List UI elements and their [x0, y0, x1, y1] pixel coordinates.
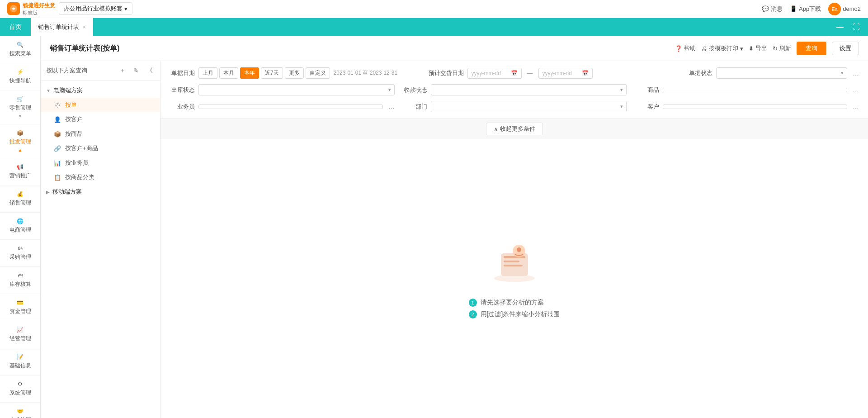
- customer-input[interactable]: [663, 104, 847, 109]
- tab-maximize-btn[interactable]: ⛶: [850, 21, 863, 33]
- sidebar-item-purchase[interactable]: 🛍 采购管理: [0, 240, 40, 267]
- sidebar-item-inventory[interactable]: 🗃 库存核算: [0, 267, 40, 294]
- svg-rect-5: [504, 265, 523, 266]
- query-button[interactable]: 查询: [797, 42, 826, 55]
- date-tab-last-month[interactable]: 上月: [198, 67, 217, 79]
- search-menu-icon: 🔍: [17, 42, 24, 48]
- tree-parent-mobile[interactable]: ▶ 移动端方案: [41, 185, 160, 199]
- sidebar-item-enterprise[interactable]: 🤝 企业协同: [0, 403, 40, 418]
- sidebar-item-ecommerce[interactable]: 🌐 电商管理: [0, 213, 40, 240]
- payment-status-label: 收款状态: [402, 86, 427, 94]
- delivery-date-end[interactable]: yyyy-mm-dd 📅: [538, 68, 593, 79]
- sidebar-item-wholesale[interactable]: 📦 批发管理 ▲: [0, 124, 40, 158]
- tip-text-2: 用[过滤]条件来缩小分析范围: [481, 310, 560, 318]
- tree-parent-label: 电脑端方案: [53, 86, 83, 95]
- sub-brand: 标准版: [23, 10, 55, 16]
- payment-status-select[interactable]: [431, 84, 627, 95]
- print-btn[interactable]: 🖨 按模板打印 ▾: [701, 44, 743, 52]
- sidebar-item-basic[interactable]: 📝 基础信息: [0, 348, 40, 375]
- help-btn[interactable]: ❓ 帮助: [675, 44, 696, 52]
- status-select[interactable]: [716, 67, 847, 79]
- empty-tips-list: 1 请先选择要分析的方案 2 用[过滤]条件来缩小分析范围: [469, 299, 560, 322]
- edit-scheme-btn[interactable]: ✎: [131, 66, 141, 76]
- sidebar-item-system[interactable]: ⚙ 系统管理: [0, 375, 40, 403]
- customer-label: 客户: [634, 103, 659, 111]
- left-panel-header: 按以下方案查询 + ✎ 《: [41, 61, 160, 81]
- sidebar-item-marketing[interactable]: 📢 营销推广: [0, 158, 40, 185]
- collapse-conditions-btn[interactable]: ∧ 收起更多条件: [486, 123, 543, 135]
- main-layout: 🔍 搜索菜单 ⚡ 快捷导航 🛒 零售管理 ▾ 📦 批发管理 ▲ 📢 营销推广 💰…: [0, 36, 868, 418]
- department-select[interactable]: [431, 101, 627, 112]
- filter-col-delivery-date: 预计交货日期 yyyy-mm-dd 📅 — yyyy-mm-dd 📅: [429, 68, 680, 79]
- logo-icon: [7, 2, 20, 15]
- add-scheme-btn[interactable]: +: [118, 66, 127, 76]
- salesman-input[interactable]: [198, 104, 383, 109]
- tree-child-by-order[interactable]: ◎ 按单: [41, 98, 160, 112]
- date-tab-7days[interactable]: 近7天: [261, 67, 283, 79]
- svg-point-7: [517, 247, 521, 252]
- tree-child-by-customer-goods[interactable]: 🔗 按客户+商品: [41, 141, 160, 156]
- tree-child-by-customer[interactable]: 👤 按客户: [41, 112, 160, 127]
- left-panel-title: 按以下方案查询: [46, 66, 115, 75]
- tree-child-by-goods[interactable]: 📦 按商品: [41, 127, 160, 141]
- message-btn[interactable]: 💬 消息: [762, 5, 783, 13]
- empty-svg: [487, 235, 542, 290]
- collapse-panel-btn[interactable]: 《: [145, 66, 155, 76]
- tree-child-by-category[interactable]: 📋 按商品分类: [41, 170, 160, 185]
- delivery-date-start-placeholder: yyyy-mm-dd: [472, 70, 501, 76]
- brand-svg: [9, 5, 18, 13]
- sidebar-item-search[interactable]: 🔍 搜索菜单: [0, 36, 40, 63]
- sidebar-item-sales[interactable]: 💰 销售管理: [0, 185, 40, 213]
- app-download-btn[interactable]: 📱 App下载: [790, 5, 821, 13]
- inner-layout: 按以下方案查询 + ✎ 《 ▼ 电脑端方案 ◎ 按单: [41, 61, 868, 418]
- tree-child-by-salesman[interactable]: 📊 按业务员: [41, 156, 160, 170]
- delivery-status-select[interactable]: [198, 84, 395, 95]
- sidebar-item-quicknav[interactable]: ⚡ 快捷导航: [0, 63, 40, 90]
- tab-close-btn[interactable]: ×: [83, 24, 86, 30]
- sidebar-item-operations[interactable]: 📈 经营管理: [0, 321, 40, 348]
- date-tab-custom[interactable]: 自定义: [306, 67, 330, 79]
- sidebar-item-finance[interactable]: 💳 资金管理: [0, 294, 40, 321]
- empty-state: 1 请先选择要分析的方案 2 用[过滤]条件来缩小分析范围: [160, 139, 868, 418]
- date-label: 单据日期: [170, 69, 195, 77]
- status-dots: …: [853, 70, 859, 77]
- export-icon: ⬇: [749, 45, 754, 52]
- scheme-by-order-label: 按单: [65, 101, 77, 109]
- sidebar-item-label: 搜索菜单: [9, 50, 31, 57]
- sidebar-item-retail[interactable]: 🛒 零售管理 ▾: [0, 90, 40, 124]
- refresh-btn[interactable]: ↻ 刷新: [773, 44, 791, 52]
- left-panel-actions: + ✎ 《: [118, 66, 155, 76]
- filter-row-3: 业务员 … 部门: [170, 101, 859, 112]
- scheme-by-cg-label: 按客户+商品: [65, 144, 98, 152]
- export-btn[interactable]: ⬇ 导出: [749, 44, 767, 52]
- date-range-text: 2023-01-01 至 2023-12-31: [334, 69, 397, 77]
- wholesale-icon: 📦: [17, 130, 24, 136]
- right-panel: 单据日期 上月 本月 本年 近7天 更多 自定义 2023-01-01 至 20…: [160, 61, 868, 418]
- empty-tip-2: 2 用[过滤]条件来缩小分析范围: [469, 310, 560, 318]
- date-separator: —: [527, 70, 533, 76]
- tab-bar: 首页 销售订单统计表 × — ⛶: [0, 18, 868, 36]
- sidebar-item-label: 采购管理: [9, 253, 31, 261]
- scheme-by-category-icon: 📋: [53, 173, 61, 181]
- date-tab-this-year[interactable]: 本年: [240, 67, 259, 79]
- date-tab-this-month[interactable]: 本月: [219, 67, 238, 79]
- tab-home[interactable]: 首页: [0, 18, 31, 36]
- goods-input[interactable]: [663, 88, 847, 92]
- tab-active[interactable]: 销售订单统计表 ×: [31, 18, 93, 36]
- date-tab-more[interactable]: 更多: [285, 67, 304, 79]
- sidebar-item-label: 电商管理: [9, 226, 31, 234]
- left-panel: 按以下方案查询 + ✎ 《 ▼ 电脑端方案 ◎ 按单: [41, 61, 160, 418]
- sales-icon: 💰: [17, 191, 24, 197]
- tree-parent-desktop[interactable]: ▼ 电脑端方案: [41, 83, 160, 98]
- tab-minimize-btn[interactable]: —: [834, 21, 846, 33]
- tip-num-1: 1: [469, 299, 477, 307]
- settings-button[interactable]: 设置: [832, 42, 859, 55]
- tab-bar-actions: — ⛶: [834, 21, 868, 33]
- user-area[interactable]: Ea demo2: [828, 3, 861, 15]
- workspace-selector[interactable]: 办公用品行业模拟账套 ▾: [59, 2, 132, 15]
- filter-col-salesman: 业务员 …: [170, 103, 395, 111]
- collapse-bar: ∧ 收起更多条件: [160, 119, 868, 139]
- tree-mobile-label: 移动端方案: [52, 188, 82, 196]
- retail-icon: 🛒: [17, 96, 24, 102]
- delivery-date-start[interactable]: yyyy-mm-dd 📅: [467, 68, 522, 79]
